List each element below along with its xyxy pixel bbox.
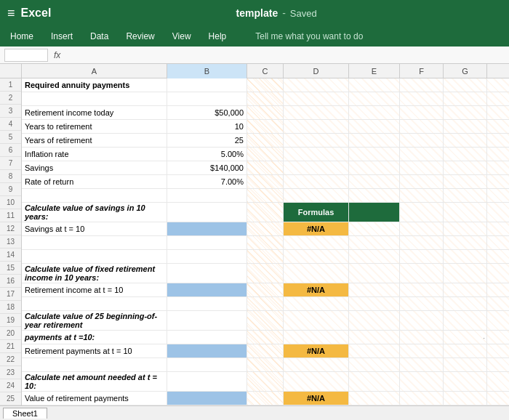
cell-e16[interactable]: [349, 297, 400, 310]
cell-e11[interactable]: [349, 222, 400, 235]
cell-e6[interactable]: [349, 148, 400, 161]
cell-c5[interactable]: [247, 134, 284, 147]
cell-a17[interactable]: Calculate value of 25 beginning-of-year …: [22, 311, 167, 330]
cell-f5[interactable]: [400, 134, 444, 147]
cell-g19[interactable]: [444, 344, 487, 358]
cell-d11[interactable]: #N/A: [284, 222, 349, 235]
cell-c4[interactable]: [247, 120, 284, 133]
cell-c11[interactable]: [247, 222, 284, 235]
cell-c9[interactable]: [247, 189, 284, 202]
cell-f1[interactable]: [400, 78, 444, 92]
cell-d1[interactable]: [284, 78, 349, 92]
cell-f14[interactable]: [400, 264, 444, 283]
cell-g13[interactable]: [444, 250, 487, 263]
cell-f9[interactable]: [400, 189, 444, 202]
cell-b13[interactable]: [167, 250, 247, 263]
cell-e2[interactable]: [349, 92, 400, 105]
cell-b18[interactable]: [167, 331, 247, 344]
cell-e4[interactable]: [349, 120, 400, 133]
cell-f6[interactable]: [400, 148, 444, 161]
cell-d6[interactable]: [284, 148, 349, 161]
cell-b11[interactable]: [167, 222, 247, 235]
cell-g6[interactable]: [444, 148, 487, 161]
col-header-d[interactable]: D: [284, 64, 349, 78]
cell-d18[interactable]: [284, 331, 349, 344]
cell-d14[interactable]: [284, 264, 349, 283]
cell-f2[interactable]: [400, 92, 444, 105]
cell-b3[interactable]: $50,000: [167, 106, 247, 119]
col-header-a[interactable]: A: [22, 64, 167, 78]
menu-home[interactable]: Home: [7, 30, 36, 43]
cell-d4[interactable]: [284, 120, 349, 133]
col-header-c[interactable]: C: [247, 64, 284, 78]
cell-g5[interactable]: [444, 134, 487, 147]
cell-a21[interactable]: Calculate net amount needed at t = 10:: [22, 372, 167, 391]
col-header-b[interactable]: B: [167, 64, 247, 78]
cell-d16[interactable]: [284, 297, 349, 310]
col-header-g[interactable]: G: [444, 64, 487, 78]
cell-e7[interactable]: [349, 161, 400, 174]
cell-a20[interactable]: [22, 358, 167, 371]
cell-f7[interactable]: [400, 161, 444, 174]
cell-f17[interactable]: [400, 311, 444, 330]
cell-d8[interactable]: [284, 175, 349, 188]
cell-f22[interactable]: [400, 392, 444, 405]
cell-b17[interactable]: [167, 311, 247, 330]
cell-a19[interactable]: Retirement payments at t = 10: [22, 344, 167, 358]
cell-b2[interactable]: [167, 92, 247, 105]
cell-a1[interactable]: Required annuity payments: [22, 78, 167, 92]
cell-b10[interactable]: [167, 203, 247, 222]
cell-d10[interactable]: Formulas: [284, 203, 349, 222]
name-box[interactable]: [4, 49, 48, 62]
cell-g22[interactable]: [444, 392, 487, 405]
cell-f18[interactable]: [400, 331, 444, 344]
cell-e20[interactable]: [349, 358, 400, 371]
cell-c19[interactable]: [247, 344, 284, 358]
cell-e19[interactable]: [349, 344, 400, 358]
cell-b6[interactable]: 5.00%: [167, 148, 247, 161]
cell-d13[interactable]: [284, 250, 349, 263]
cell-c6[interactable]: [247, 148, 284, 161]
cell-a15[interactable]: Retirement income at t = 10: [22, 283, 167, 296]
cell-a18[interactable]: payments at t =10:: [22, 331, 167, 344]
cell-a7[interactable]: Savings: [22, 161, 167, 174]
cell-d2[interactable]: [284, 92, 349, 105]
cell-f20[interactable]: [400, 358, 444, 371]
cell-f11[interactable]: [400, 222, 444, 235]
cell-a3[interactable]: Retirement income today: [22, 106, 167, 119]
menu-insert[interactable]: Insert: [48, 30, 76, 43]
cell-c13[interactable]: [247, 250, 284, 263]
col-header-e[interactable]: E: [349, 64, 400, 78]
cell-b14[interactable]: [167, 264, 247, 283]
cell-g16[interactable]: [444, 297, 487, 310]
cell-g20[interactable]: [444, 358, 487, 371]
cell-g2[interactable]: [444, 92, 487, 105]
cell-c2[interactable]: [247, 92, 284, 105]
cell-e3[interactable]: [349, 106, 400, 119]
cell-c12[interactable]: [247, 236, 284, 249]
cell-f16[interactable]: [400, 297, 444, 310]
cell-d3[interactable]: [284, 106, 349, 119]
cell-c14[interactable]: [247, 264, 284, 283]
cell-b19[interactable]: [167, 344, 247, 358]
cell-d19[interactable]: #N/A: [284, 344, 349, 358]
cell-e14[interactable]: [349, 264, 400, 283]
cell-g4[interactable]: [444, 120, 487, 133]
cell-c1[interactable]: [247, 78, 284, 92]
cell-a2[interactable]: [22, 92, 167, 105]
cell-d9[interactable]: [284, 189, 349, 202]
cell-e15[interactable]: [349, 283, 400, 296]
cell-b4[interactable]: 10: [167, 120, 247, 133]
cell-e18[interactable]: [349, 331, 400, 344]
cell-b12[interactable]: [167, 236, 247, 249]
cell-c8[interactable]: [247, 175, 284, 188]
cell-d21[interactable]: [284, 372, 349, 391]
cell-f10[interactable]: [400, 203, 444, 222]
cell-f4[interactable]: [400, 120, 444, 133]
cell-a6[interactable]: Inflation rate: [22, 148, 167, 161]
cell-b1[interactable]: [167, 78, 247, 92]
cell-b16[interactable]: [167, 297, 247, 310]
cell-g17[interactable]: [444, 311, 487, 330]
cell-d5[interactable]: [284, 134, 349, 147]
cell-e22[interactable]: [349, 392, 400, 405]
